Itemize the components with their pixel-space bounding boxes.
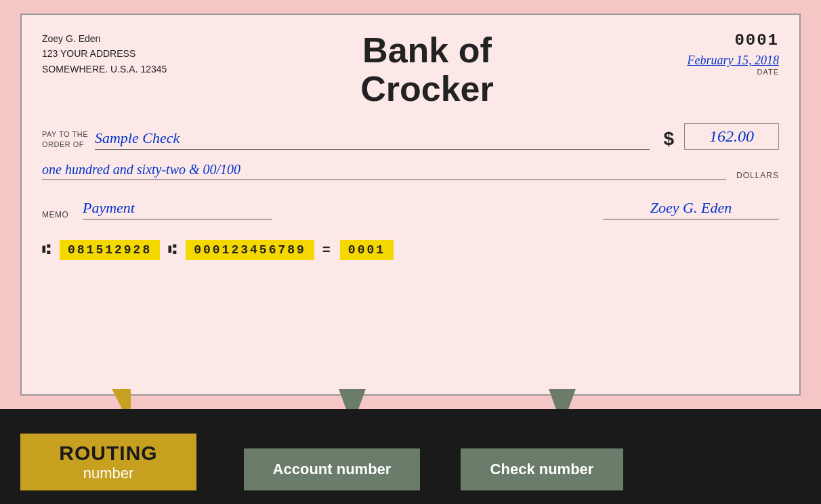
memo-value: Payment	[83, 199, 135, 216]
dollars-label: DOLLARS	[736, 171, 779, 180]
payee-line: Sample Check	[95, 129, 650, 150]
memo-section: MEMO Payment Zoey G. Eden	[42, 199, 779, 219]
check-number-area: 0001 February 15, 2018 DATE	[688, 31, 779, 76]
micr-routing-prefix: ⑆	[42, 243, 51, 258]
pay-to-section: PAY TO THE ORDER OF Sample Check $ 162.0…	[42, 123, 779, 150]
micr-line: ⑆ 081512928 ⑆ 000123456789 = 0001	[42, 240, 779, 260]
micr-account-number: 000123456789	[186, 240, 314, 260]
dollar-sign: $	[663, 128, 674, 150]
routing-label-box: ROUTING number	[20, 434, 196, 490]
account-holder-address: Zoey G. Eden 123 YOUR ADDRESS SOMEWHERE.…	[42, 31, 167, 77]
bottom-label-bar: ROUTING number Account number Check numb…	[0, 409, 821, 504]
check-document: Zoey G. Eden 123 YOUR ADDRESS SOMEWHERE.…	[20, 14, 801, 396]
amount-box: 162.00	[684, 123, 779, 150]
amount-value: 162.00	[709, 127, 754, 145]
date-value: February 15, 2018	[688, 54, 779, 68]
account-number-label: Account number	[273, 461, 392, 478]
bank-name: Bank of Crocker	[360, 31, 494, 108]
written-amount-row: one hundred and sixty-two & 00/100 DOLLA…	[42, 162, 779, 180]
date-label: DATE	[688, 68, 779, 76]
micr-check-number: 0001	[340, 240, 394, 260]
memo-line: Payment	[83, 199, 272, 219]
signature-area: Zoey G. Eden	[279, 199, 779, 219]
routing-label-top: ROUTING	[35, 442, 182, 465]
pay-to-label: PAY TO THE ORDER OF	[42, 129, 88, 150]
address-line1: 123 YOUR ADDRESS	[42, 46, 167, 61]
memo-label: MEMO	[42, 210, 76, 219]
routing-label-bottom: number	[35, 465, 182, 482]
check-number-label: Check number	[490, 461, 594, 478]
address-line2: SOMEWHERE. U.S.A. 12345	[42, 62, 167, 77]
micr-account-suffix: =	[322, 243, 332, 258]
check-number-display: 0001	[688, 31, 779, 49]
signature-value: Zoey G. Eden	[650, 199, 732, 216]
micr-routing-suffix: ⑆	[168, 243, 177, 258]
payee-name: Sample Check	[95, 129, 180, 146]
micr-routing-number: 081512928	[60, 240, 160, 260]
account-holder-name: Zoey G. Eden	[42, 31, 167, 46]
check-label-box: Check number	[461, 448, 623, 490]
account-label-box: Account number	[244, 448, 420, 490]
written-amount: one hundred and sixty-two & 00/100	[42, 162, 726, 180]
signature-line: Zoey G. Eden	[603, 199, 779, 219]
